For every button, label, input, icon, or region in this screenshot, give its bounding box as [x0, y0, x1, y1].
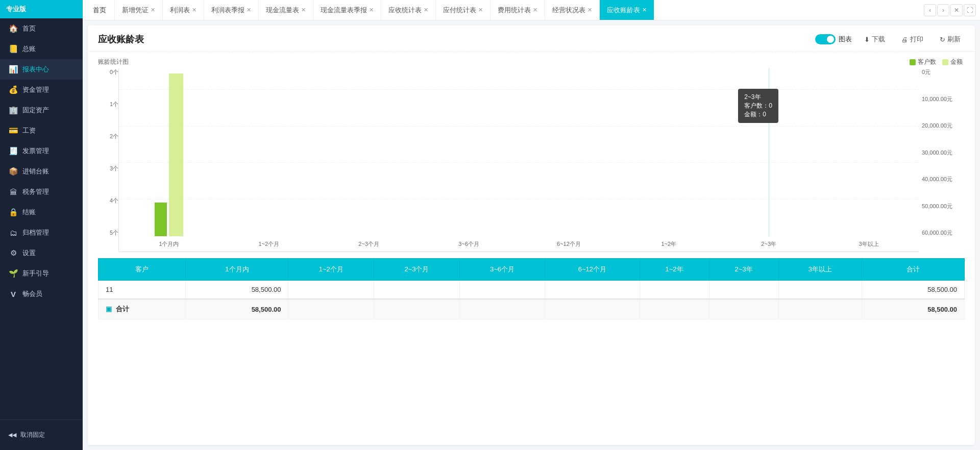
- sidebar-item-tax[interactable]: 🏛 税务管理: [0, 182, 83, 202]
- tab-profit[interactable]: 利润表 ✕: [163, 0, 204, 20]
- cell-y23: [709, 281, 778, 299]
- bar-group-5: [619, 68, 719, 236]
- tab-profit-quarter-close[interactable]: ✕: [247, 7, 251, 13]
- chart-container: 5个 4个 3个 2个 1个 0个: [98, 68, 965, 252]
- tab-operation-close[interactable]: ✕: [587, 7, 592, 13]
- header-actions: 图表 ⬇ 下载 🖨 打印 ↻ 刷新: [815, 33, 965, 46]
- sidebar-item-assets[interactable]: 🏢 固定资产: [0, 100, 83, 120]
- tab-expense[interactable]: 费用统计表 ✕: [491, 0, 545, 20]
- cell-m612: [545, 281, 640, 299]
- x-label-4: 6~12个月: [519, 236, 619, 252]
- tab-cashflow-quarter[interactable]: 现金流量表季报 ✕: [313, 0, 381, 20]
- x-label-2: 2~3个月: [319, 236, 419, 252]
- sidebar-item-guide[interactable]: 🌱 新手引导: [0, 263, 83, 284]
- tab-cashflow-quarter-label: 现金流量表季报: [321, 6, 367, 15]
- sidebar-item-label: 报表中心: [22, 65, 49, 74]
- tab-profit-quarter[interactable]: 利润表季报 ✕: [204, 0, 259, 20]
- download-button[interactable]: ⬇ 下载: [860, 33, 889, 46]
- sidebar-item-ledger[interactable]: 📒 总账: [0, 39, 83, 59]
- cell-m36: [459, 281, 545, 299]
- sidebar-item-invoice[interactable]: 🧾 发票管理: [0, 141, 83, 161]
- tab-home[interactable]: 首页: [85, 0, 115, 20]
- col-customer: 客户: [99, 259, 186, 281]
- sidebar-item-report[interactable]: 📊 报表中心: [0, 59, 83, 80]
- sidebar-toggle-pin[interactable]: ◀◀ 取消固定: [0, 425, 83, 445]
- tab-scroll-right[interactable]: ›: [937, 4, 949, 16]
- legend-amount-dot: [942, 59, 948, 65]
- home-icon: 🏠: [8, 24, 18, 33]
- sidebar-item-settings[interactable]: ⚙ 设置: [0, 243, 83, 263]
- ledger-icon: 📒: [8, 44, 18, 54]
- print-button[interactable]: 🖨 打印: [897, 33, 927, 46]
- col-y23: 2~3年: [709, 259, 778, 281]
- sidebar-item-stock[interactable]: 📦 进销台账: [0, 161, 83, 182]
- table-total-row: ▣ 合计 58,500.00 58,500.00: [99, 299, 965, 319]
- total-label: ▣ 合计: [99, 299, 186, 319]
- chart-highlight-line: [769, 68, 769, 236]
- bar-group-4: [519, 68, 619, 236]
- sidebar-item-home[interactable]: 🏠 首页: [0, 18, 83, 39]
- tab-cashflow[interactable]: 现金流量表 ✕: [259, 0, 313, 20]
- tab-expense-close[interactable]: ✕: [533, 7, 537, 13]
- page-title: 应收账龄表: [98, 33, 815, 45]
- tab-cashflow-close[interactable]: ✕: [301, 7, 306, 13]
- tab-profit-close[interactable]: ✕: [192, 7, 197, 13]
- tab-ap-stat-label: 应付统计表: [443, 6, 476, 15]
- sidebar-item-label: 结账: [22, 208, 36, 217]
- tab-fullscreen[interactable]: ⛶: [964, 4, 976, 16]
- stock-icon: 📦: [8, 167, 18, 176]
- bar-group-3: [419, 68, 519, 236]
- refresh-icon: ↻: [940, 36, 945, 43]
- y-axis-left: 5个 4个 3个 2个 1个 0个: [98, 68, 118, 252]
- tab-nav-buttons: ‹ › ✕ ⛶: [924, 4, 978, 16]
- assets-icon: 🏢: [8, 106, 18, 115]
- total-icon: ▣: [106, 305, 112, 313]
- sidebar-item-member[interactable]: V 畅会员: [0, 284, 83, 304]
- tab-voucher-close[interactable]: ✕: [151, 7, 155, 13]
- sidebar-item-salary[interactable]: 💳 工资: [0, 120, 83, 141]
- sidebar-item-archive[interactable]: 🗂 归档管理: [0, 222, 83, 243]
- chart-toggle-label: 图表: [839, 35, 852, 44]
- tab-ar-stat-close[interactable]: ✕: [424, 7, 428, 13]
- tab-ap-stat[interactable]: 应付统计表 ✕: [436, 0, 491, 20]
- main-area: 首页 新增凭证 ✕ 利润表 ✕ 利润表季报 ✕ 现金流量表 ✕ 现金流量表季报 …: [83, 0, 980, 450]
- table-header-row: 客户 1个月内 1~2个月 2~3个月 3~6个月 6~12个月 1~2年 2~…: [99, 259, 965, 281]
- tab-ar-aging[interactable]: 应收账龄表 ✕: [600, 0, 654, 20]
- tab-ar-aging-close[interactable]: ✕: [642, 7, 647, 13]
- settings-icon: ⚙: [8, 248, 18, 258]
- x-label-1: 1~2个月: [219, 236, 319, 252]
- bar-group-0: [119, 68, 219, 236]
- tab-voucher-label: 新增凭证: [122, 6, 149, 15]
- sidebar-item-label: 归档管理: [22, 228, 49, 237]
- legend-amount: 金额: [942, 58, 963, 66]
- chart-toggle[interactable]: [815, 34, 836, 44]
- tab-voucher[interactable]: 新增凭证 ✕: [115, 0, 163, 20]
- chart-legend: 客户数 金额: [910, 58, 963, 66]
- tab-ar-stat[interactable]: 应收统计表 ✕: [381, 0, 436, 20]
- sidebar-item-label: 税务管理: [22, 187, 49, 196]
- tab-ap-stat-close[interactable]: ✕: [478, 7, 483, 13]
- tab-ar-aging-label: 应收账龄表: [607, 6, 640, 15]
- tab-close-all[interactable]: ✕: [950, 4, 963, 16]
- tab-cashflow-quarter-close[interactable]: ✕: [369, 7, 374, 13]
- col-y12: 1~2年: [640, 259, 709, 281]
- sidebar-item-fund[interactable]: 💰 资金管理: [0, 80, 83, 100]
- legend-customer: 客户数: [910, 58, 936, 66]
- y-axis-right: 60,000.00元 50,000.00元 40,000.00元 30,000.…: [919, 68, 965, 252]
- chart-area: 账龄统计图 客户数 金额 5个 4个 3个 2个 1个: [88, 52, 975, 258]
- sidebar-item-label: 进销台账: [22, 167, 49, 176]
- sidebar-item-label: 工资: [22, 126, 36, 135]
- tab-operation[interactable]: 经营状况表 ✕: [545, 0, 600, 20]
- tax-icon: 🏛: [8, 188, 18, 196]
- total-m12: [288, 299, 374, 319]
- tab-profit-quarter-label: 利润表季报: [211, 6, 244, 15]
- total-total: 58,500.00: [862, 299, 964, 319]
- cell-customer: 11: [99, 281, 186, 299]
- tab-profit-label: 利润表: [170, 6, 190, 15]
- sidebar-item-close[interactable]: 🔒 结账: [0, 202, 83, 222]
- table-row: 11 58,500.00 58,500.00: [99, 281, 965, 299]
- refresh-button[interactable]: ↻ 刷新: [936, 33, 965, 46]
- sidebar-item-label: 资金管理: [22, 85, 49, 94]
- tab-cashflow-label: 现金流量表: [266, 6, 299, 15]
- tab-scroll-left[interactable]: ‹: [924, 4, 936, 16]
